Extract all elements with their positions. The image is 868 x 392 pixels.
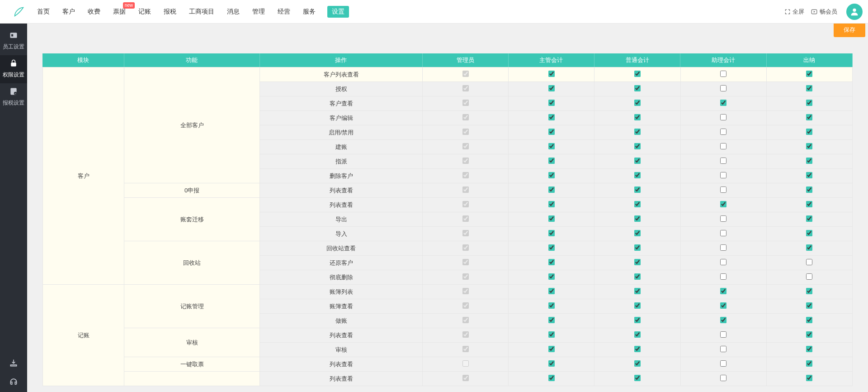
- permission-checkbox[interactable]: [462, 288, 469, 294]
- permission-checkbox[interactable]: [548, 288, 555, 294]
- permission-checkbox[interactable]: [720, 71, 726, 77]
- permission-checkbox[interactable]: [806, 143, 812, 149]
- nav-item[interactable]: 票据new: [112, 5, 127, 19]
- permission-checkbox[interactable]: [720, 259, 726, 265]
- permission-checkbox[interactable]: [806, 129, 812, 135]
- permission-checkbox[interactable]: [806, 172, 812, 178]
- permission-checkbox[interactable]: [462, 244, 469, 251]
- permission-checkbox[interactable]: [548, 331, 555, 338]
- permission-checkbox[interactable]: [462, 215, 469, 222]
- permission-checkbox[interactable]: [720, 346, 726, 352]
- avatar[interactable]: [846, 4, 863, 20]
- permission-checkbox[interactable]: [634, 215, 641, 222]
- permission-checkbox[interactable]: [548, 100, 555, 106]
- permission-checkbox[interactable]: [634, 317, 641, 323]
- permission-checkbox[interactable]: [720, 375, 726, 381]
- permission-checkbox[interactable]: [548, 375, 555, 381]
- nav-item[interactable]: 记账: [137, 5, 152, 19]
- permission-checkbox[interactable]: [462, 158, 469, 164]
- permission-checkbox[interactable]: [462, 143, 469, 149]
- permission-checkbox[interactable]: [720, 114, 726, 120]
- permission-checkbox[interactable]: [634, 85, 641, 91]
- permission-checkbox[interactable]: [720, 317, 726, 323]
- permission-checkbox[interactable]: [462, 100, 469, 106]
- permission-checkbox[interactable]: [806, 360, 812, 367]
- permission-checkbox[interactable]: [806, 302, 812, 309]
- permission-checkbox[interactable]: [462, 230, 469, 236]
- permission-checkbox[interactable]: [720, 288, 726, 294]
- sidebar-item[interactable]: 权限设置: [0, 55, 27, 83]
- permission-checkbox[interactable]: [720, 143, 726, 149]
- permission-checkbox[interactable]: [548, 317, 555, 323]
- permission-checkbox[interactable]: [634, 230, 641, 236]
- permission-checkbox[interactable]: [720, 129, 726, 135]
- permission-checkbox[interactable]: [720, 172, 726, 178]
- sidebar-bottom-item[interactable]: [0, 355, 27, 373]
- permission-checkbox[interactable]: [634, 331, 641, 338]
- sidebar-item[interactable]: 报税设置: [0, 83, 27, 111]
- permission-checkbox[interactable]: [806, 230, 812, 236]
- permission-checkbox[interactable]: [634, 244, 641, 251]
- permission-checkbox[interactable]: [634, 375, 641, 381]
- permission-checkbox[interactable]: [634, 288, 641, 294]
- permission-checkbox[interactable]: [548, 172, 555, 178]
- permission-checkbox[interactable]: [548, 259, 555, 265]
- sidebar-item[interactable]: 员工设置: [0, 27, 27, 55]
- table-scroll[interactable]: 客户全部客户客户列表查看授权客户查看客户编辑启用/禁用建账指派删除客户0申报列表…: [42, 67, 853, 386]
- permission-checkbox[interactable]: [806, 215, 812, 222]
- permission-checkbox[interactable]: [720, 244, 726, 251]
- permission-checkbox[interactable]: [720, 85, 726, 91]
- permission-checkbox[interactable]: [720, 331, 726, 338]
- permission-checkbox[interactable]: [548, 201, 555, 207]
- permission-checkbox[interactable]: [462, 302, 469, 309]
- permission-checkbox[interactable]: [548, 230, 555, 236]
- permission-checkbox[interactable]: [720, 158, 726, 164]
- permission-checkbox[interactable]: [462, 259, 469, 265]
- permission-checkbox[interactable]: [634, 302, 641, 309]
- permission-checkbox[interactable]: [806, 288, 812, 294]
- permission-checkbox[interactable]: [806, 259, 812, 265]
- permission-checkbox[interactable]: [548, 71, 555, 77]
- nav-item[interactable]: 经营: [277, 5, 291, 19]
- permission-checkbox[interactable]: [806, 331, 812, 338]
- permission-checkbox[interactable]: [462, 201, 469, 207]
- permission-checkbox[interactable]: [462, 114, 469, 120]
- permission-checkbox[interactable]: [720, 302, 726, 309]
- nav-item[interactable]: 首页: [36, 5, 51, 19]
- nav-item[interactable]: 设置: [327, 6, 349, 18]
- nav-item[interactable]: 报税: [163, 5, 177, 19]
- nav-item[interactable]: 消息: [226, 5, 241, 19]
- permission-checkbox[interactable]: [720, 100, 726, 106]
- permission-checkbox[interactable]: [634, 273, 641, 280]
- permission-checkbox[interactable]: [548, 114, 555, 120]
- permission-checkbox[interactable]: [548, 158, 555, 164]
- permission-checkbox[interactable]: [634, 259, 641, 265]
- permission-checkbox[interactable]: [462, 129, 469, 135]
- permission-checkbox[interactable]: [548, 273, 555, 280]
- permission-checkbox[interactable]: [462, 346, 469, 352]
- permission-checkbox[interactable]: [634, 172, 641, 178]
- permission-checkbox[interactable]: [806, 273, 812, 280]
- permission-checkbox[interactable]: [634, 143, 641, 149]
- permission-checkbox[interactable]: [806, 114, 812, 120]
- permission-checkbox[interactable]: [548, 215, 555, 222]
- nav-item[interactable]: 服务: [302, 5, 316, 19]
- permission-checkbox[interactable]: [806, 317, 812, 323]
- permission-checkbox[interactable]: [634, 129, 641, 135]
- permission-checkbox[interactable]: [548, 129, 555, 135]
- permission-checkbox[interactable]: [548, 346, 555, 352]
- permission-checkbox[interactable]: [634, 186, 641, 193]
- fullscreen-button[interactable]: 全屏: [784, 8, 804, 16]
- member-button[interactable]: 畅会员: [811, 8, 837, 16]
- permission-checkbox[interactable]: [548, 186, 555, 193]
- permission-checkbox[interactable]: [720, 215, 726, 222]
- permission-checkbox[interactable]: [634, 346, 641, 352]
- permission-checkbox[interactable]: [634, 100, 641, 106]
- permission-checkbox[interactable]: [720, 186, 726, 193]
- permission-checkbox[interactable]: [806, 201, 812, 207]
- permission-checkbox[interactable]: [462, 186, 469, 193]
- permission-checkbox[interactable]: [548, 85, 555, 91]
- nav-item[interactable]: 工商项目: [188, 5, 215, 19]
- permission-checkbox[interactable]: [806, 85, 812, 91]
- permission-checkbox[interactable]: [548, 244, 555, 251]
